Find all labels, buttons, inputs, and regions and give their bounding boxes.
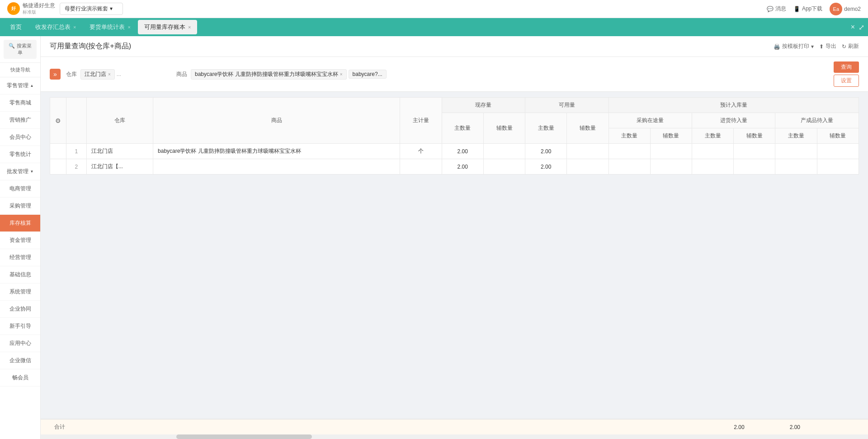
filter-expand-button[interactable]: »	[50, 69, 61, 80]
row-production-main-1	[775, 144, 817, 159]
warehouse-header: 仓库	[86, 98, 153, 144]
row-current-main-1: 2.00	[442, 144, 483, 159]
sidebar-item-marketing-label: 营销推广	[9, 116, 31, 124]
product-filter-group: 商品 babycare学饮杯 儿童防摔防撞吸管杯重力球吸嘴杯宝宝水杯 × bab…	[176, 69, 387, 80]
row-incoming-sub-1	[734, 144, 775, 159]
data-table: ⚙ 仓库 商品 主计量 现存量 可用量 预计入库量 主数量 辅数量 主数量	[50, 97, 859, 175]
top-bar: 好 畅捷通好生意 标准版 母婴行业演示账套 ▾ 💬 消息 📱 App下载 Ea …	[0, 0, 868, 18]
sidebar-search-section: 🔍 搜索菜单	[0, 36, 40, 63]
refresh-button[interactable]: ↻ 刷新	[842, 42, 859, 50]
sidebar-item-member-center[interactable]: 会员中心	[0, 129, 40, 146]
sidebar-item-inventory[interactable]: 库存核算	[0, 215, 40, 232]
nav-tabs: 首页 收发存汇总表 × 要货单统计表 × 可用量库存账本 × × ⤢	[0, 18, 868, 36]
tab-available-stock[interactable]: 可用量库存账本 ×	[138, 20, 197, 34]
row-num-header	[66, 98, 87, 144]
product-tag-2[interactable]: babycare?...	[349, 70, 387, 79]
production-main-header: 主数量	[775, 128, 817, 144]
warehouse-tag-1-label: 江北门店	[85, 71, 106, 78]
user-profile[interactable]: Ea demo2	[830, 3, 861, 15]
nav-close-button[interactable]: ×	[851, 23, 855, 31]
main-layout: 🔍 搜索菜单 快捷导航 零售管理 ▲ 零售商城 营销推广 会员中心 零售统计 批…	[0, 36, 868, 439]
sidebar-item-ecommerce[interactable]: 电商管理	[0, 180, 40, 198]
message-button[interactable]: 💬 消息	[767, 5, 786, 13]
message-icon: 💬	[767, 6, 774, 12]
sidebar-item-operations[interactable]: 经营管理	[0, 249, 40, 266]
settings-button[interactable]: 设置	[834, 75, 859, 87]
export-icon: ⬆	[819, 43, 824, 50]
row-current-main-2: 2.00	[442, 159, 483, 175]
search-icon: 🔍	[9, 43, 15, 48]
filter-bar: » 仓库 江北门店 × ... 商品 babycare学饮杯 儿童防摔防撞吸管杯…	[41, 57, 868, 92]
export-label: 导出	[826, 42, 836, 50]
production-label: 产成品待入量	[775, 113, 859, 128]
purchase-sub-header: 辅数量	[650, 128, 692, 144]
query-button[interactable]: 查询	[834, 61, 859, 73]
sidebar-item-basic-info[interactable]: 基础信息	[0, 266, 40, 283]
sidebar: 🔍 搜索菜单 快捷导航 零售管理 ▲ 零售商城 营销推广 会员中心 零售统计 批…	[0, 36, 41, 439]
sidebar-item-vip[interactable]: 畅会员	[0, 369, 40, 387]
available-header: 可用量	[525, 98, 609, 113]
sidebar-item-purchasing[interactable]: 采购管理	[0, 198, 40, 215]
chevron-down-icon: ▾	[811, 43, 814, 50]
sidebar-item-wholesale-label: 批发管理	[7, 168, 28, 175]
tab-order-stats[interactable]: 要货单统计表 ×	[83, 20, 137, 34]
row-unit-1: 个	[400, 144, 442, 159]
sidebar-item-member-center-label: 会员中心	[9, 133, 31, 141]
sidebar-item-retail-shop[interactable]: 零售商城	[0, 94, 40, 112]
product-filter-label: 商品	[176, 71, 187, 78]
app-download-button[interactable]: 📱 App下载	[793, 5, 822, 13]
sidebar-item-enterprise-wechat[interactable]: 企业微信	[0, 352, 40, 369]
printer-icon: 🖨️	[774, 43, 780, 50]
sidebar-item-retail-stats[interactable]: 零售统计	[0, 146, 40, 163]
tab-order-stats-close[interactable]: ×	[127, 24, 130, 30]
sidebar-item-basic-info-label: 基础信息	[9, 271, 31, 279]
row-incoming-sub-2	[734, 159, 775, 175]
sidebar-item-purchasing-label: 采购管理	[9, 202, 31, 210]
sidebar-item-marketing[interactable]: 营销推广	[0, 112, 40, 129]
industry-label: 母婴行业演示账套	[65, 5, 108, 13]
row-incoming-main-2	[692, 159, 734, 175]
nav-expand-button[interactable]: ⤢	[859, 23, 864, 32]
bottom-scrollbar[interactable]	[41, 434, 868, 439]
row-product-2	[153, 159, 400, 175]
warehouse-filter-more[interactable]: ...	[117, 71, 121, 77]
sidebar-search-button[interactable]: 🔍 搜索菜单	[4, 40, 37, 59]
tab-receive-summary[interactable]: 收发存汇总表 ×	[29, 20, 82, 34]
tab-home[interactable]: 首页	[4, 20, 28, 34]
sidebar-item-enterprise-collab[interactable]: 企业协同	[0, 301, 40, 318]
export-button[interactable]: ⬆ 导出	[819, 42, 836, 50]
sidebar-quick-nav[interactable]: 快捷导航	[0, 63, 40, 77]
sidebar-item-enterprise-wechat-label: 企业微信	[9, 357, 31, 364]
row-product-1: babycare学饮杯 儿童防摔防撞吸管杯重力球吸嘴杯宝宝水杯	[153, 144, 400, 159]
refresh-icon: ↻	[842, 43, 846, 50]
sidebar-item-system-label: 系统管理	[9, 288, 31, 296]
sidebar-item-system[interactable]: 系统管理	[0, 283, 40, 301]
product-filter-tags: babycare学饮杯 儿童防摔防撞吸管杯重力球吸嘴杯宝宝水杯 × babyca…	[191, 69, 387, 80]
sidebar-item-retail-management[interactable]: 零售管理 ▲	[0, 77, 40, 94]
table-container: ⚙ 仓库 商品 主计量 现存量 可用量 预计入库量 主数量 辅数量 主数量	[41, 92, 868, 419]
page-header-actions: 🖨️ 按模板打印 ▾ ⬆ 导出 ↻ 刷新	[774, 42, 859, 50]
industry-selector[interactable]: 母婴行业演示账套 ▾	[60, 3, 123, 15]
row-incoming-main-1	[692, 144, 734, 159]
warehouse-tag-1-remove[interactable]: ×	[108, 72, 111, 77]
quick-nav-label: 快捷导航	[10, 67, 30, 72]
incoming-sub-header: 辅数量	[734, 128, 775, 144]
product-tag-1[interactable]: babycare学饮杯 儿童防摔防撞吸管杯重力球吸嘴杯宝宝水杯 ×	[191, 69, 347, 80]
template-print-button[interactable]: 🖨️ 按模板打印 ▾	[774, 42, 814, 50]
row-available-sub-2	[567, 159, 609, 175]
sidebar-item-finance-label: 资金管理	[9, 236, 31, 244]
sidebar-item-wholesale-management[interactable]: 批发管理 ▼	[0, 163, 40, 180]
warehouse-tag-1[interactable]: 江北门店 ×	[80, 69, 115, 80]
tab-receive-summary-close[interactable]: ×	[73, 24, 76, 30]
warehouse-filter-label: 仓库	[66, 71, 77, 78]
tab-available-stock-close[interactable]: ×	[188, 24, 191, 30]
scrollbar-thumb[interactable]	[176, 434, 312, 439]
message-label: 消息	[775, 5, 786, 13]
product-tag-2-label: babycare?...	[353, 71, 382, 77]
product-tag-1-remove[interactable]: ×	[340, 72, 343, 77]
sidebar-item-app-center[interactable]: 应用中心	[0, 335, 40, 352]
sidebar-item-new-guide[interactable]: 新手引导	[0, 318, 40, 335]
sidebar-item-finance[interactable]: 资金管理	[0, 232, 40, 249]
table-settings-icon[interactable]: ⚙	[55, 117, 61, 124]
row-purchase-sub-1	[650, 144, 692, 159]
